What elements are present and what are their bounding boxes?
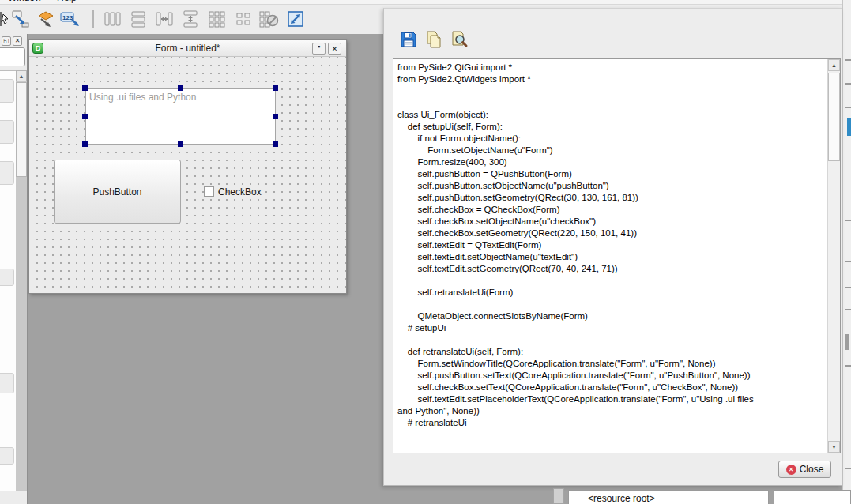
resource-root-item[interactable]: <resource root> [588,493,655,504]
checkbox-widget[interactable]: CheckBox [204,175,284,208]
widget-box-list[interactable] [0,70,16,491]
widget-box-item[interactable] [0,447,14,465]
panel-row-mark [845,83,851,85]
scroll-up-icon[interactable]: ▲ [16,70,27,81]
scroll-up-icon[interactable]: ▲ [828,59,840,71]
layout-horizontal-splitter-icon[interactable] [153,8,175,30]
form-window-titlebar[interactable]: D Form - untitled* ▪ ✕ [29,40,346,57]
form-minimize-button[interactable]: ▪ [312,43,326,55]
selection-handle[interactable] [82,85,88,91]
edit-signals-slots-icon[interactable] [9,8,32,30]
layout-vertical-splitter-icon[interactable] [179,8,201,30]
widget-box-item[interactable] [0,269,14,286]
find-icon[interactable] [450,30,469,49]
layout-form-icon[interactable] [232,8,254,30]
scroll-down-icon[interactable]: ▼ [828,441,840,453]
right-cutoff-panel [842,0,851,504]
widget-box-panel: ◱ ✕ ▲ [0,34,28,504]
selection-handle[interactable] [273,85,278,91]
generated-code-text: from PySide2.QtGui import * from PySide2… [393,59,827,453]
selection-handle[interactable] [82,141,88,147]
form-window-title: Form - untitled* [29,43,346,54]
code-scrollbar-thumb[interactable] [828,73,840,161]
panel-scrollbar-thumb[interactable] [845,334,849,350]
textedit-widget[interactable]: Using .ui files and Python [85,88,276,145]
selection-handle[interactable] [178,141,183,147]
widget-box-scrollbar[interactable]: ▲ [16,70,27,491]
pushbutton-label: PushButton [92,186,141,197]
selection-handle[interactable] [273,141,278,147]
layout-horizontal-icon[interactable] [101,8,123,30]
edit-buddies-icon[interactable] [35,8,57,30]
toolbar-separator [92,10,94,28]
widget-box-item[interactable] [0,373,14,393]
form-canvas[interactable]: Using .ui files and Python PushButton Ch… [30,57,346,293]
checkbox-label: CheckBox [218,186,262,197]
close-button-label: Close [800,464,824,475]
copy-icon[interactable] [424,30,443,49]
layout-vertical-icon[interactable] [127,8,149,30]
dock-close-icon[interactable]: ✕ [13,36,22,46]
panel-row-mark [845,59,851,61]
save-icon[interactable] [399,30,418,49]
form-close-button[interactable]: ✕ [328,43,341,55]
layout-grid-icon[interactable] [205,8,228,30]
code-preview-box: from PySide2.QtGui import * from PySide2… [393,58,841,453]
selection-handle[interactable] [178,85,183,91]
menu-bar: Window Help [0,0,851,5]
panel-row-mark [845,287,851,288]
checkbox-box[interactable] [204,186,214,197]
menu-item-help[interactable]: Help [57,0,77,3]
panel-row-mark [845,365,851,367]
widget-box-item[interactable] [0,79,14,103]
resource-tree-panel[interactable]: <resource root> [568,490,769,504]
adjust-size-icon[interactable] [284,8,307,30]
break-layout-icon[interactable] [258,8,280,30]
textedit-placeholder: Using .ui files and Python [89,92,196,103]
widget-box-scrollbar-thumb[interactable] [16,82,27,177]
pushbutton-widget[interactable]: PushButton [54,160,181,224]
code-scrollbar[interactable]: ▲ ▼ [827,59,840,453]
code-preview-dialog: from PySide2.QtGui import * from PySide2… [383,8,842,486]
resource-browser-tool-button[interactable] [553,488,564,504]
close-circle-icon: ✕ [786,465,796,475]
panel-row-mark [845,220,851,221]
widget-box-item[interactable] [0,120,14,144]
selection-handle[interactable] [273,114,278,119]
selection-handle[interactable] [82,114,88,119]
panel-row-mark [845,261,851,262]
menu-item-window[interactable]: Window [8,0,42,3]
selected-row-indicator [847,118,851,136]
resource-list-panel[interactable] [774,490,851,504]
panel-row-mark [845,309,851,310]
widget-box-item[interactable] [0,161,14,185]
form-editor-window: D Form - untitled* ▪ ✕ Using .ui files a… [28,39,347,294]
panel-row-mark [845,107,851,108]
close-button[interactable]: ✕ Close [778,461,831,478]
panel-row-mark [845,468,851,469]
widget-filter-input[interactable] [0,47,25,66]
dock-float-icon[interactable]: ◱ [2,36,11,46]
edit-tab-order-icon[interactable]: 123 [59,8,81,30]
